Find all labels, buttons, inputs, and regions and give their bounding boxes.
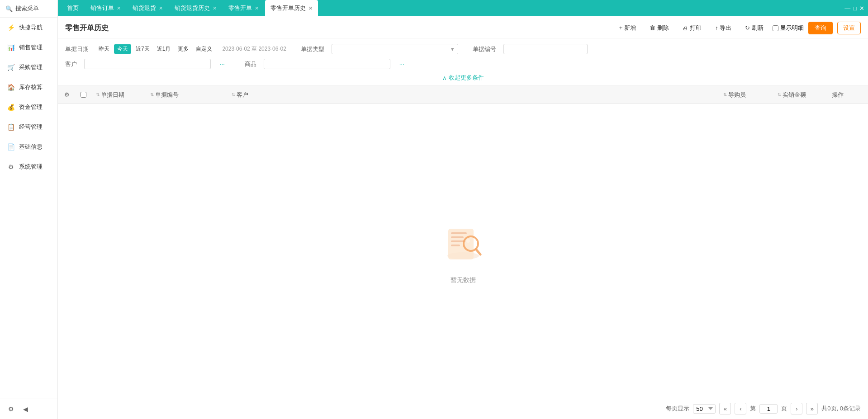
customer-label: 客户 xyxy=(65,60,77,68)
refresh-button[interactable]: ↻ 刷新 xyxy=(740,22,768,34)
product-label: 商品 xyxy=(245,60,256,68)
svg-rect-2 xyxy=(451,232,467,234)
next-page-button[interactable]: › xyxy=(791,403,802,414)
total-info: 共0页, 0条记录 xyxy=(821,405,861,413)
date-filter-buttons: 昨天今天近7天近1月更多自定义 xyxy=(96,44,215,54)
sidebar-item-sales-mgmt[interactable]: 📊 销售管理 xyxy=(0,38,57,57)
date-btn-昨天[interactable]: 昨天 xyxy=(96,44,112,54)
sidebar-item-business[interactable]: 📋 经营管理 xyxy=(0,117,57,137)
th-amount-sort-icon: ⇅ xyxy=(778,92,781,97)
tab-close-sales-order[interactable]: ✕ xyxy=(117,5,121,11)
show-detail-checkbox-label[interactable]: 显示明细 xyxy=(773,24,804,32)
tab-sales-return[interactable]: 销货退货✕ xyxy=(127,0,168,16)
customer-dots[interactable]: ··· xyxy=(218,61,227,67)
svg-line-7 xyxy=(476,249,480,254)
sidebar-item-quick-nav[interactable]: ⚡ 快捷导航 xyxy=(0,18,57,38)
th-date-label: 单据日期 xyxy=(101,91,124,99)
th-date-sort-icon: ⇅ xyxy=(96,92,100,97)
page-header: 零售开单历史 + 新增 🗑 删除 🖨 打印 ↑ 导出 ↻ 刷新 显示明细 查询 … xyxy=(58,16,868,38)
sidebar-item-basic-info[interactable]: 📄 基础信息 xyxy=(0,137,57,157)
tab-retail-open-history[interactable]: 零售开单历史✕ xyxy=(265,0,318,16)
th-num[interactable]: ⇅ 单据编号 xyxy=(147,91,228,99)
th-customer-sort-icon: ⇅ xyxy=(232,92,235,97)
search-icon: 🔍 xyxy=(5,5,13,12)
tab-label-sales-return-history: 销货退货历史 xyxy=(175,4,210,12)
per-page-select[interactable]: 20 50 100 200 xyxy=(693,404,716,414)
th-date[interactable]: ⇅ 单据日期 xyxy=(92,91,147,99)
date-btn-今天[interactable]: 今天 xyxy=(114,44,131,54)
sidebar-label-purchase-mgmt: 采购管理 xyxy=(19,63,43,71)
settings-icon[interactable]: ⚙ xyxy=(6,405,15,414)
th-num-label: 单据编号 xyxy=(155,91,179,99)
print-button[interactable]: 🖨 打印 xyxy=(678,22,707,34)
toolbar: + 新增 🗑 删除 🖨 打印 ↑ 导出 ↻ 刷新 显示明细 查询 设置 xyxy=(615,22,861,34)
close-button[interactable]: ✕ xyxy=(859,5,864,12)
sidebar-label-sales-mgmt: 销售管理 xyxy=(19,43,43,52)
page-input[interactable] xyxy=(759,404,778,414)
date-btn-自定义[interactable]: 自定义 xyxy=(193,44,215,54)
tab-close-sales-return[interactable]: ✕ xyxy=(159,5,163,11)
collapse-icon[interactable]: ◀ xyxy=(21,405,30,414)
customer-input[interactable] xyxy=(84,59,211,69)
page-prefix: 第 xyxy=(750,405,756,413)
sidebar-item-finance[interactable]: 💰 资金管理 xyxy=(0,97,57,117)
collapse-button[interactable]: ∧ 收起更多条件 xyxy=(65,74,861,82)
th-action-label: 操作 xyxy=(832,91,844,99)
tab-retail-open[interactable]: 零售开单✕ xyxy=(223,0,264,16)
sidebar: 🔍 搜索采单 ⚡ 快捷导航📊 销售管理🛒 采购管理🏠 库存核算💰 资金管理📋 经… xyxy=(0,0,58,419)
select-all-checkbox[interactable] xyxy=(81,92,86,98)
th-action: 操作 xyxy=(828,91,864,99)
product-dots[interactable]: ··· xyxy=(398,61,406,67)
last-page-button[interactable]: » xyxy=(806,403,818,414)
tab-label-retail-open: 零售开单 xyxy=(228,4,252,12)
tab-close-sales-return-history[interactable]: ✕ xyxy=(213,5,217,11)
tab-sales-order[interactable]: 销售订单✕ xyxy=(85,0,126,16)
sidebar-label-business: 经营管理 xyxy=(19,123,43,131)
docnum-input[interactable] xyxy=(503,44,588,54)
page-title: 零售开单历史 xyxy=(65,24,109,33)
query-button[interactable]: 查询 xyxy=(808,22,833,34)
svg-rect-3 xyxy=(451,236,464,238)
minimize-button[interactable]: — xyxy=(844,5,850,12)
sidebar-icon-sys-mgmt: ⚙ xyxy=(6,162,15,171)
th-amount-label: 实销金额 xyxy=(783,91,806,99)
date-btn-近1月[interactable]: 近1月 xyxy=(154,44,174,54)
sidebar-icon-quick-nav: ⚡ xyxy=(6,23,15,32)
th-guide[interactable]: ⇅ 导购员 xyxy=(720,91,774,99)
th-amount[interactable]: ⇅ 实销金额 xyxy=(774,91,828,99)
tab-close-retail-open-history[interactable]: ✕ xyxy=(308,5,313,11)
table-gear-icon[interactable]: ⚙ xyxy=(62,91,78,98)
tabs-area: 首页销售订单✕销货退货✕销货退货历史✕零售开单✕零售开单历史✕ xyxy=(62,0,318,16)
date-btn-更多[interactable]: 更多 xyxy=(175,44,191,54)
main-area: 首页销售订单✕销货退货✕销货退货历史✕零售开单✕零售开单历史✕ — □ ✕ 零售… xyxy=(58,0,868,419)
tab-label-sales-order: 销售订单 xyxy=(90,4,114,12)
filter-area: 单据日期 昨天今天近7天近1月更多自定义 2023-06-02 至 2023-0… xyxy=(58,38,868,86)
th-customer-label: 客户 xyxy=(237,91,248,99)
tab-close-retail-open[interactable]: ✕ xyxy=(255,5,259,11)
tab-label-retail-open-history: 零售开单历史 xyxy=(270,4,306,12)
table-checkbox-header[interactable] xyxy=(78,92,92,98)
add-button[interactable]: + 新增 xyxy=(615,22,640,34)
delete-button[interactable]: 🗑 删除 xyxy=(645,22,674,34)
tab-sales-return-history[interactable]: 销货退货历史✕ xyxy=(169,0,222,16)
settings-button[interactable]: 设置 xyxy=(837,22,861,34)
type-label: 单据类型 xyxy=(301,45,324,53)
prev-page-button[interactable]: ‹ xyxy=(735,403,746,414)
sidebar-item-purchase-mgmt[interactable]: 🛒 采购管理 xyxy=(0,57,57,77)
export-button[interactable]: ↑ 导出 xyxy=(711,22,736,34)
tab-home[interactable]: 首页 xyxy=(62,0,84,16)
first-page-button[interactable]: « xyxy=(719,403,731,414)
type-select[interactable]: ▾ xyxy=(332,44,458,54)
maximize-button[interactable]: □ xyxy=(853,5,857,12)
collapse-arrow-icon: ∧ xyxy=(442,75,447,81)
sidebar-item-sys-mgmt[interactable]: ⚙ 系统管理 xyxy=(0,157,57,177)
sidebar-search-label: 搜索采单 xyxy=(15,5,39,13)
product-input[interactable] xyxy=(264,59,390,69)
th-customer[interactable]: ⇅ 客户 xyxy=(228,91,720,99)
show-detail-checkbox[interactable] xyxy=(773,25,778,31)
page-suffix: 页 xyxy=(781,405,787,413)
sidebar-item-inventory[interactable]: 🏠 库存核算 xyxy=(0,77,57,97)
sidebar-icon-basic-info: 📄 xyxy=(6,142,15,151)
date-btn-近7天[interactable]: 近7天 xyxy=(133,44,152,54)
sidebar-search[interactable]: 🔍 搜索采单 xyxy=(0,0,57,18)
